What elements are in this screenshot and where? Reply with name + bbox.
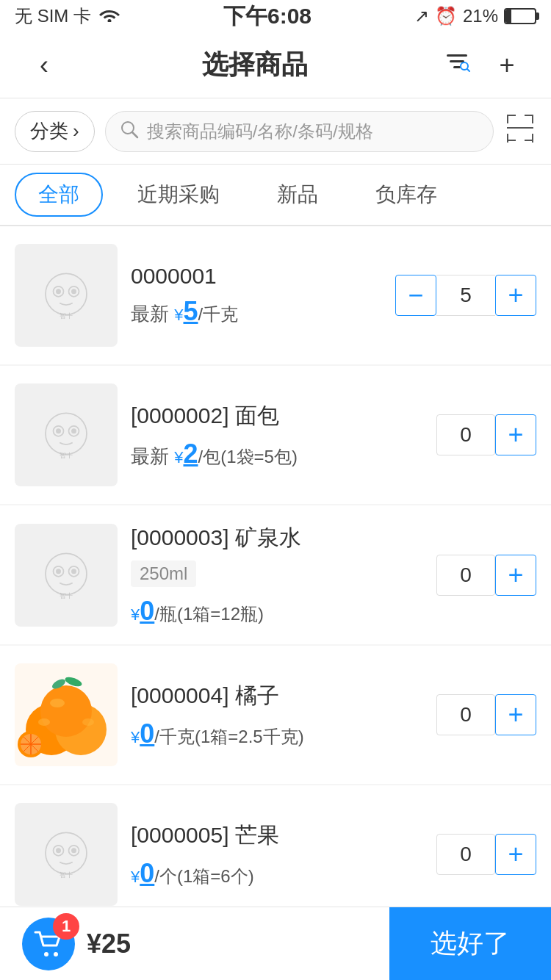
- product-info-5: [0000005] 芒果 ¥0/个(1箱=6个): [131, 821, 423, 889]
- increment-button-4[interactable]: +: [495, 694, 536, 735]
- search-box[interactable]: 搜索商品编码/名称/条码/规格: [105, 111, 494, 152]
- cart-total: ¥25: [87, 929, 131, 959]
- product-price-1: 最新 ¥5/千克: [131, 296, 382, 327]
- product-name-5: [0000005] 芒果: [131, 821, 423, 851]
- svg-rect-14: [532, 134, 533, 143]
- confirm-button[interactable]: 选好了: [389, 907, 551, 981]
- svg-rect-10: [532, 115, 533, 123]
- tab-new[interactable]: 新品: [254, 173, 341, 217]
- add-button[interactable]: +: [485, 50, 529, 81]
- product-image-5: 智十: [15, 803, 118, 906]
- svg-point-22: [46, 413, 87, 454]
- svg-point-36: [40, 685, 92, 737]
- svg-point-52: [71, 848, 76, 853]
- tab-recent[interactable]: 近期采购: [115, 173, 242, 217]
- list-item: 智十 [0000002] 面包 最新 ¥2/包(1袋=5包) +: [0, 366, 551, 504]
- qty-input-5[interactable]: [436, 834, 495, 875]
- chevron-right-icon: ›: [73, 120, 79, 143]
- increment-button-2[interactable]: +: [495, 414, 536, 455]
- search-placeholder: 搜索商品编码/名称/条码/规格: [147, 120, 373, 143]
- svg-point-16: [46, 273, 87, 314]
- svg-point-31: [56, 569, 61, 574]
- filter-icon[interactable]: [444, 48, 470, 82]
- battery-percent: 21%: [463, 6, 498, 26]
- product-image-4: [15, 663, 118, 766]
- cart-badge: 1: [53, 913, 79, 940]
- product-image-3: 智十: [15, 524, 118, 627]
- product-price-5: ¥0/个(1箱=6个): [131, 858, 423, 889]
- qty-input-4[interactable]: [436, 694, 495, 735]
- svg-point-38: [38, 718, 50, 726]
- search-icon: [119, 119, 140, 144]
- scan-icon[interactable]: [504, 112, 536, 151]
- carrier-text: 无 SIM 卡: [15, 4, 91, 28]
- svg-point-61: [54, 952, 58, 956]
- decrement-button-1[interactable]: −: [395, 275, 436, 316]
- product-info-2: [0000002] 面包 最新 ¥2/包(1袋=5包): [131, 401, 423, 469]
- svg-text:智十: 智十: [60, 591, 73, 599]
- increment-button-1[interactable]: +: [495, 275, 536, 316]
- nav-right-actions: +: [444, 48, 529, 82]
- nav-bar: ‹ 选择商品 +: [0, 32, 551, 98]
- product-name-4: [0000004] 橘子: [131, 681, 423, 711]
- product-info-3: [0000003] 矿泉水 250ml ¥0/瓶(1箱=12瓶): [131, 523, 423, 627]
- svg-point-37: [50, 699, 65, 707]
- svg-point-51: [56, 848, 61, 853]
- svg-point-32: [71, 569, 76, 574]
- qty-control-5: +: [436, 834, 536, 875]
- product-price-3: ¥0/瓶(1箱=12瓶): [131, 596, 423, 627]
- product-price-2: 最新 ¥2/包(1袋=5包): [131, 439, 423, 469]
- qty-input-1[interactable]: [436, 275, 495, 316]
- status-left: 无 SIM 卡: [15, 4, 120, 28]
- svg-point-60: [44, 952, 48, 956]
- battery-icon: [504, 8, 536, 24]
- qty-control-4: +: [436, 694, 536, 735]
- location-icon: ↗: [414, 6, 429, 26]
- cart-area: 1 ¥25: [0, 918, 389, 970]
- wifi-icon: [98, 6, 120, 26]
- page-title: 选择商品: [66, 47, 444, 83]
- alarm-icon: ⏰: [435, 6, 457, 26]
- product-info-4: [0000004] 橘子 ¥0/千克(1箱=2.5千克): [131, 681, 423, 749]
- filter-bar: 分类 › 搜索商品编码/名称/条码/规格: [0, 98, 551, 165]
- time-display: 下午6:08: [223, 1, 311, 32]
- svg-point-25: [56, 428, 61, 433]
- svg-line-6: [132, 132, 137, 137]
- list-item: 智十 [0000005] 芒果 ¥0/个(1箱=6个) +: [0, 785, 551, 923]
- category-button[interactable]: 分类 ›: [15, 111, 95, 152]
- tab-bar: 全部 近期采购 新品 负库存: [0, 165, 551, 226]
- product-image-1: 智十: [15, 244, 118, 347]
- product-price-4: ¥0/千克(1箱=2.5千克): [131, 718, 423, 749]
- product-info-1: 0000001 最新 ¥5/千克: [131, 264, 382, 327]
- product-spec-3: 250ml: [131, 561, 196, 587]
- svg-rect-15: [507, 127, 533, 129]
- tab-all[interactable]: 全部: [15, 173, 103, 217]
- status-right: ↗ ⏰ 21%: [414, 6, 536, 26]
- product-name-1: 0000001: [131, 264, 382, 289]
- qty-input-2[interactable]: [436, 414, 495, 455]
- product-image-2: 智十: [15, 383, 118, 486]
- list-item: [0000004] 橘子 ¥0/千克(1箱=2.5千克) +: [0, 646, 551, 784]
- qty-input-3[interactable]: [436, 555, 495, 596]
- svg-rect-2: [453, 66, 461, 68]
- increment-button-3[interactable]: +: [495, 555, 536, 596]
- back-button[interactable]: ‹: [22, 50, 66, 81]
- svg-text:智十: 智十: [60, 312, 73, 320]
- svg-point-48: [46, 832, 87, 873]
- cart-icon[interactable]: 1: [22, 918, 75, 970]
- product-list: 智十 0000001 最新 ¥5/千克 − + 智十 [0000002] 面包: [0, 226, 551, 980]
- bottom-bar: 1 ¥25 选好了: [0, 907, 551, 980]
- svg-point-19: [56, 289, 61, 294]
- list-item: 智十 0000001 最新 ¥5/千克 − +: [0, 226, 551, 364]
- svg-point-28: [46, 553, 87, 594]
- qty-control-2: +: [436, 414, 536, 455]
- product-name-2: [0000002] 面包: [131, 401, 423, 431]
- svg-rect-8: [507, 115, 508, 123]
- list-item: 智十 [0000003] 矿泉水 250ml ¥0/瓶(1箱=12瓶) +: [0, 505, 551, 644]
- tab-negative[interactable]: 负库存: [353, 173, 460, 217]
- increment-button-5[interactable]: +: [495, 834, 536, 875]
- svg-text:智十: 智十: [60, 452, 73, 459]
- svg-text:智十: 智十: [60, 871, 73, 879]
- svg-rect-12: [507, 134, 508, 143]
- svg-rect-1: [450, 60, 464, 62]
